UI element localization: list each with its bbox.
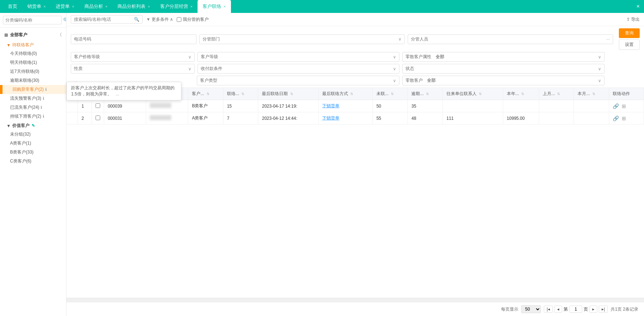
- nav-customer-segment[interactable]: 客户分层经营 ×: [155, 0, 198, 13]
- row-checkbox-cell[interactable]: [92, 100, 104, 112]
- query-button[interactable]: 查询: [619, 28, 640, 38]
- filter-customer-grade[interactable]: 客户等级 ∨: [198, 52, 400, 62]
- settings-button[interactable]: 设置: [619, 39, 640, 50]
- sort-icon-contact[interactable]: ⇅: [241, 92, 244, 96]
- retail-dropdown-icon: ∨: [598, 78, 601, 83]
- prev-page-button[interactable]: ◂: [554, 306, 562, 313]
- filter-payment[interactable]: 收付款条件 ∨: [198, 64, 400, 74]
- row-last-month: [539, 112, 574, 124]
- filter-search-input[interactable]: [74, 17, 134, 22]
- filter-manager[interactable]: 分管人员 ···: [408, 34, 613, 44]
- first-page-button[interactable]: |◂: [544, 306, 553, 313]
- edit-icon[interactable]: ✎: [32, 123, 35, 128]
- sidebar-item-tomorrow[interactable]: 明天待联络(1): [0, 58, 66, 67]
- action-contact-icon[interactable]: ⊞: [622, 115, 626, 121]
- row-checkbox-cell[interactable]: [92, 112, 104, 124]
- sidebar-item-repurchase[interactable]: 回购异常客户(2) ℹ: [0, 85, 66, 94]
- status-dropdown-icon: ∨: [598, 66, 601, 71]
- nav-purchase[interactable]: 进货单 ×: [51, 0, 79, 13]
- nav-purchase-close[interactable]: ×: [72, 4, 74, 9]
- nav-customer-contact-close[interactable]: ×: [223, 4, 226, 9]
- sidebar-item-lost[interactable]: 已流失客户(24) ℹ: [0, 103, 66, 112]
- table-col-current-month: 本月... ⇅: [574, 88, 609, 100]
- sidebar-search-input[interactable]: [3, 16, 62, 24]
- row-checkbox[interactable]: [96, 103, 100, 108]
- nav-sales-close[interactable]: ×: [43, 4, 46, 9]
- filter-price-grade[interactable]: 客户价格等级 ∨: [71, 52, 195, 62]
- filter-bar: 🔍 ▼ 更多条件 ∧ 我分管的客户 ⇪ 导出: [66, 13, 644, 26]
- table-col-current-year: 本年... ⇅: [503, 88, 539, 100]
- row-overdue: 35: [408, 100, 443, 112]
- row-last-method[interactable]: 下销货单: [318, 100, 372, 112]
- sort-icon-type[interactable]: ⇅: [207, 92, 209, 96]
- action-view-icon[interactable]: 🔗: [613, 103, 619, 109]
- row-checkbox[interactable]: [96, 115, 100, 120]
- filter-retail[interactable]: 零散客户 全部 ∨: [402, 76, 604, 85]
- nav-customer-segment-close[interactable]: ×: [190, 4, 193, 9]
- filter-status[interactable]: 状态 ∨: [402, 64, 604, 74]
- table-row: 1 000039 B类客户 15 2023-04-17 14:19: 下销货单 …: [66, 100, 644, 112]
- sidebar-item-c-class[interactable]: C类客户(6): [0, 157, 66, 166]
- filter-customer-type[interactable]: 客户类型 ∨: [197, 76, 399, 85]
- sidebar-item-overdue[interactable]: 逾期未联络(30): [0, 76, 66, 85]
- next-page-button[interactable]: ▸: [589, 306, 597, 313]
- nav-customer-contact[interactable]: 客户联络 ×: [198, 0, 231, 13]
- filter-search-box: 🔍: [71, 15, 143, 24]
- dept-dropdown-icon: ∨: [398, 37, 402, 42]
- action-contact-icon[interactable]: ⊞: [622, 103, 626, 109]
- manager-more-icon[interactable]: ···: [606, 37, 610, 42]
- horizontal-scrollbar[interactable]: [66, 298, 644, 302]
- filter-retail-attr[interactable]: 零散客户属性 全部 ∨: [402, 52, 604, 62]
- tooltip-more[interactable]: ...: [116, 91, 119, 96]
- sidebar-value-group[interactable]: ▼ 价值客户 ✎: [0, 121, 66, 130]
- row-no-contact: 55: [372, 112, 408, 124]
- sidebar-pending-group[interactable]: ▼ 待联络客户: [0, 40, 66, 49]
- sort-icon-person[interactable]: ⇅: [479, 92, 482, 96]
- filter-gender[interactable]: 性质 ∨: [71, 64, 195, 74]
- nav-sales[interactable]: 销货单 ×: [22, 0, 51, 13]
- per-page-label: 每页显示: [501, 306, 518, 312]
- nav-product-analysis[interactable]: 商品分析 ×: [79, 0, 112, 13]
- page-number-input[interactable]: [569, 306, 582, 313]
- sidebar-item-ungroup[interactable]: 未分组(32): [0, 130, 66, 139]
- window-close-button[interactable]: ×: [636, 3, 640, 10]
- sort-icon-overdue[interactable]: ⇅: [426, 92, 429, 96]
- row-name: [146, 100, 188, 112]
- sort-icon-no-contact[interactable]: ⇅: [391, 92, 394, 96]
- sort-icon-year[interactable]: ⇅: [521, 92, 524, 96]
- filter-phone-input[interactable]: [93, 37, 193, 42]
- sidebar-item-a-class[interactable]: A类客户(1): [0, 139, 66, 148]
- filter-search-icon[interactable]: 🔍: [134, 17, 139, 22]
- filter-dept[interactable]: 分管部门 ∨: [199, 34, 405, 44]
- sidebar-all-customers[interactable]: ⊞ 全部客户 〈: [0, 30, 66, 40]
- customer-grade-dropdown-icon: ∨: [393, 55, 396, 60]
- nav-product-list-close[interactable]: ×: [148, 4, 150, 9]
- sidebar-item-7days[interactable]: 近7天待联络(0): [0, 67, 66, 76]
- nav-home[interactable]: 首页: [3, 0, 22, 13]
- sort-icon-method[interactable]: ⇅: [350, 92, 353, 96]
- last-page-button[interactable]: ▸|: [599, 306, 608, 313]
- sort-icon-last-month[interactable]: ⇅: [557, 92, 560, 96]
- sidebar-collapse-icon[interactable]: 〈: [57, 32, 62, 38]
- sidebar-item-today[interactable]: 今天待联络(0): [0, 49, 66, 58]
- nav-product-list[interactable]: 商品分析列表 ×: [112, 0, 155, 13]
- filter-more-conditions[interactable]: ▼ 更多条件 ∧: [146, 16, 173, 23]
- row-actions: 🔗 ⊞: [609, 112, 644, 124]
- sidebar-search-icon[interactable]: 🔍: [63, 18, 66, 23]
- row-last-method[interactable]: 下销货单: [318, 112, 372, 124]
- filter-phone[interactable]: 电话号码: [71, 34, 196, 44]
- funnel-icon: ▼: [146, 17, 150, 22]
- filter-row-1: 电话号码 分管部门 ∨ 分管人员 ··· 查询 设置: [71, 28, 640, 50]
- action-view-icon[interactable]: 🔗: [613, 115, 619, 121]
- per-page-select[interactable]: 50 100 200: [521, 305, 541, 313]
- sidebar-item-b-class[interactable]: B类客户(33): [0, 148, 66, 157]
- export-button[interactable]: ⇪ 导出: [626, 16, 640, 23]
- sort-icon-current-month[interactable]: ⇅: [592, 92, 595, 96]
- sidebar-item-lost-warning[interactable]: 流失预警客户(3) ℹ: [0, 94, 66, 103]
- nav-product-analysis-close[interactable]: ×: [105, 4, 107, 9]
- sidebar-item-decline[interactable]: 持续下滑客户(2) ℹ: [0, 112, 66, 121]
- sort-icon-date[interactable]: ⇅: [290, 92, 293, 96]
- my-customers-checkbox[interactable]: 我分管的客户: [177, 16, 209, 23]
- my-customers-check[interactable]: [177, 17, 181, 22]
- row-last-month: [539, 100, 574, 112]
